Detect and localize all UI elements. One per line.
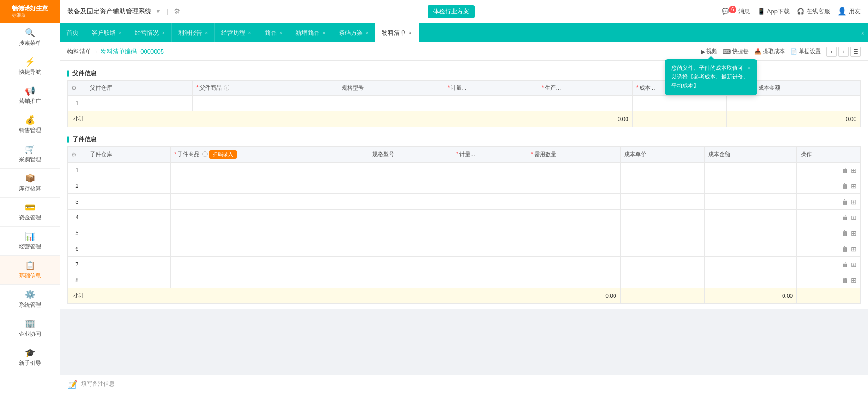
tab-close-icon[interactable]: ×: [322, 30, 325, 36]
sidebar-item-inventory[interactable]: 📦 库存核算: [0, 169, 60, 198]
delete-icon-4[interactable]: 🗑: [842, 214, 848, 221]
child-cell-product-5[interactable]: [170, 225, 368, 241]
sidebar-item-system[interactable]: ⚙️ 系统管理: [0, 285, 60, 314]
gear-icon[interactable]: ⚙: [72, 151, 77, 158]
copy-icon-7[interactable]: ⊞: [851, 261, 856, 268]
child-cell-product-2[interactable]: [170, 178, 368, 194]
child-cell-spec-2[interactable]: [368, 178, 452, 194]
sidebar-item-purchase[interactable]: 🛒 采购管理: [0, 139, 60, 169]
delete-icon-1[interactable]: 🗑: [842, 167, 848, 174]
sidebar-item-enterprise[interactable]: 🏢 企业协同: [0, 314, 60, 343]
copy-icon-5[interactable]: ⊞: [851, 230, 856, 237]
view-btn[interactable]: ▶ 视频: [701, 48, 717, 55]
child-cell-unit-7[interactable]: [452, 257, 527, 272]
tab-add-product[interactable]: 新增商品 ×: [289, 23, 332, 42]
child-cell-unit-6[interactable]: [452, 241, 527, 257]
sidebar-item-marketing[interactable]: 📢 营销推广: [0, 81, 60, 110]
parent-cell-unit[interactable]: [444, 96, 538, 111]
close-all-tabs[interactable]: ×: [857, 30, 868, 36]
child-cell-warehouse-7[interactable]: [86, 257, 171, 272]
sidebar-item-quick-nav[interactable]: ⚡ 快捷导航: [0, 52, 60, 81]
user-action[interactable]: 👤 用友: [838, 7, 861, 16]
child-cell-product-3[interactable]: [170, 194, 368, 210]
child-cell-qty-6[interactable]: [527, 241, 620, 257]
child-cell-qty-4[interactable]: [527, 210, 620, 225]
child-cell-qty-8[interactable]: [527, 272, 620, 288]
child-cell-unit-cost-7[interactable]: [620, 257, 705, 272]
copy-icon-1[interactable]: ⊞: [851, 167, 856, 174]
pager-prev-btn[interactable]: ‹: [826, 47, 837, 57]
tab-close-icon[interactable]: ×: [248, 30, 251, 36]
scan-button[interactable]: 扫码录入: [209, 150, 237, 159]
message-action[interactable]: 💬 6 消息: [722, 7, 750, 16]
child-cell-spec-7[interactable]: [368, 257, 452, 272]
tab-close-icon[interactable]: ×: [162, 30, 164, 36]
parent-cell-production[interactable]: [538, 96, 632, 111]
tab-barcode[interactable]: 条码方案 ×: [332, 23, 375, 42]
gear-settings-icon[interactable]: ⚙: [174, 7, 180, 16]
gear-icon[interactable]: ⚙: [72, 85, 77, 91]
delete-icon-7[interactable]: 🗑: [842, 261, 848, 268]
child-cell-spec-4[interactable]: [368, 210, 452, 225]
child-cell-product-8[interactable]: [170, 272, 368, 288]
copy-icon-2[interactable]: ⊞: [851, 182, 856, 190]
copy-icon-4[interactable]: ⊞: [851, 214, 856, 221]
child-cell-product-1[interactable]: [170, 163, 368, 178]
tab-close-icon[interactable]: ×: [409, 30, 411, 36]
sidebar-item-basic-info[interactable]: 📋 基础信息: [0, 256, 60, 285]
copy-icon-3[interactable]: ⊞: [851, 198, 856, 206]
child-cell-spec-6[interactable]: [368, 241, 452, 257]
tab-close-icon[interactable]: ×: [119, 30, 121, 36]
tab-profit[interactable]: 利润报告 ×: [172, 23, 215, 42]
sidebar-item-search[interactable]: 🔍 搜索菜单: [0, 23, 60, 52]
child-cell-warehouse-8[interactable]: [86, 272, 171, 288]
tab-close-icon[interactable]: ×: [279, 30, 282, 36]
pager-list-btn[interactable]: ☰: [850, 47, 861, 57]
child-cell-unit-1[interactable]: [452, 163, 527, 178]
pager-next-btn[interactable]: ›: [838, 47, 849, 57]
child-cell-unit-cost-8[interactable]: [620, 272, 705, 288]
delete-icon-6[interactable]: 🗑: [842, 245, 848, 253]
child-cell-unit-cost-6[interactable]: [620, 241, 705, 257]
child-cell-spec-1[interactable]: [368, 163, 452, 178]
child-cell-qty-3[interactable]: [527, 194, 620, 210]
single-settings-btn[interactable]: 📄 单据设置: [790, 48, 821, 55]
help-icon[interactable]: ⓘ: [202, 151, 208, 157]
online-service-action[interactable]: 🎧 在线客服: [797, 7, 830, 16]
tab-close-icon[interactable]: ×: [205, 30, 208, 36]
child-cell-unit-5[interactable]: [452, 225, 527, 241]
child-cell-unit-cost-3[interactable]: [620, 194, 705, 210]
child-col-settings[interactable]: ⚙: [68, 147, 86, 163]
tooltip-close-btn[interactable]: ×: [747, 64, 751, 73]
delete-icon-8[interactable]: 🗑: [842, 277, 848, 284]
child-cell-warehouse-5[interactable]: [86, 225, 171, 241]
help-icon[interactable]: ⓘ: [224, 85, 229, 91]
experience-button[interactable]: 体验行业方案: [428, 5, 475, 18]
shortcut-btn[interactable]: ⌨ 快捷键: [723, 48, 749, 55]
sidebar-item-operations[interactable]: 📊 经营管理: [0, 227, 60, 256]
system-title-dropdown[interactable]: ▼: [155, 8, 161, 15]
child-cell-warehouse-1[interactable]: [86, 163, 171, 178]
child-cell-product-4[interactable]: [170, 210, 368, 225]
child-cell-warehouse-6[interactable]: [86, 241, 171, 257]
child-cell-unit-cost-5[interactable]: [620, 225, 705, 241]
child-cell-warehouse-3[interactable]: [86, 194, 171, 210]
child-cell-unit-cost-1[interactable]: [620, 163, 705, 178]
child-cell-unit-cost-4[interactable]: [620, 210, 705, 225]
child-cell-warehouse-2[interactable]: [86, 178, 171, 194]
app-download-action[interactable]: 📱 App下载: [758, 7, 790, 16]
tab-history[interactable]: 经营历程 ×: [215, 23, 258, 42]
child-cell-unit-2[interactable]: [452, 178, 527, 194]
sidebar-item-finance[interactable]: 💳 资金管理: [0, 198, 60, 227]
extract-cost-btn[interactable]: 📥 提取成本: [754, 48, 785, 55]
delete-icon-2[interactable]: 🗑: [842, 182, 848, 190]
copy-icon-6[interactable]: ⊞: [851, 245, 856, 253]
tab-close-icon[interactable]: ×: [366, 30, 368, 36]
parent-cell-product[interactable]: [192, 96, 338, 111]
tab-operations[interactable]: 经营情况 ×: [128, 23, 171, 42]
child-cell-qty-7[interactable]: [527, 257, 620, 272]
child-cell-spec-3[interactable]: [368, 194, 452, 210]
child-cell-spec-8[interactable]: [368, 272, 452, 288]
parent-col-settings[interactable]: ⚙: [68, 81, 86, 96]
sidebar-item-sales[interactable]: 💰 销售管理: [0, 110, 60, 139]
